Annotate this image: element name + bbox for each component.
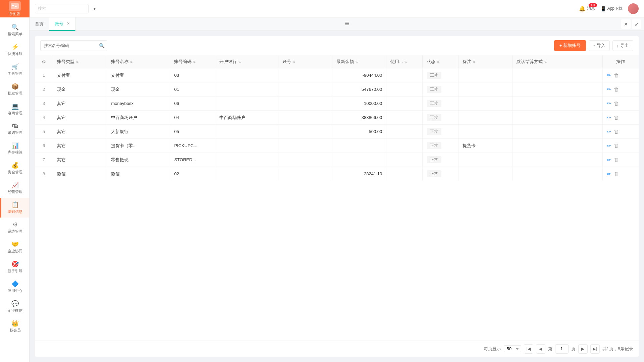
row-remark [459, 111, 513, 125]
page-first-btn[interactable]: |◀ [524, 344, 533, 354]
th-name[interactable]: 账号名称 ⇅ [107, 55, 170, 68]
table-row: 5 其它 大新银行 05 500.00 正常 ✏ 🗑 [35, 125, 639, 139]
row-usage [386, 125, 422, 139]
page-next-btn[interactable]: ▶ [578, 344, 588, 354]
edit-button[interactable]: ✏ [607, 171, 611, 177]
window-close-btn[interactable]: ✕ [621, 19, 631, 29]
th-bank-label: 开户银行 [219, 59, 237, 65]
row-usage [386, 97, 422, 111]
row-code: 05 [170, 125, 215, 139]
row-name: moneybosx [107, 97, 170, 111]
window-expand-btn[interactable]: ⤢ [632, 19, 641, 29]
th-remark[interactable]: 备注 ⇅ [459, 55, 513, 68]
sidebar-item-系统管理[interactable]: ⚙系统管理 [0, 218, 29, 237]
search-icon[interactable]: 🔍 [99, 43, 105, 48]
app-download-button[interactable]: 📱 App下载 [600, 6, 623, 11]
sort-balance-icon: ⇅ [355, 60, 358, 64]
row-type: 微信 [53, 167, 107, 181]
page-prev-btn[interactable]: ◀ [536, 344, 545, 354]
sidebar-item-基础信息[interactable]: 📋基础信息 [0, 198, 29, 218]
sidebar-item-搜索菜单[interactable]: 🔍搜索菜单 [0, 20, 29, 40]
app-download-label: App下载 [607, 6, 623, 11]
tab-close-icon[interactable]: ✕ [67, 21, 70, 26]
th-default-settlement[interactable]: 默认结算方式 ⇅ [513, 55, 603, 68]
search-input[interactable] [40, 40, 107, 51]
topbar-search[interactable]: 搜索 [35, 4, 89, 13]
page-input[interactable] [555, 344, 569, 354]
user-avatar[interactable] [628, 3, 639, 14]
delete-button[interactable]: 🗑 [614, 115, 619, 120]
delete-button[interactable]: 🗑 [614, 143, 619, 148]
row-status: 正常 [422, 68, 458, 82]
import-icon: ↑ [593, 43, 595, 48]
row-bank [215, 167, 278, 181]
table-toolbar: 🔍 + 新增账号 ↑ 导入 ↓ 导出 [35, 36, 639, 55]
row-remark [459, 68, 513, 82]
tab-home-label: 首页 [35, 21, 44, 27]
delete-button[interactable]: 🗑 [614, 101, 619, 106]
row-action: ✏ 🗑 [602, 111, 639, 125]
sidebar-item-快捷导航[interactable]: ⚡快捷导航 [0, 40, 29, 60]
tab-account[interactable]: 账号 ✕ [49, 17, 75, 31]
edit-button[interactable]: ✏ [607, 115, 611, 121]
edit-button[interactable]: ✏ [607, 157, 611, 163]
delete-button[interactable]: 🗑 [614, 157, 619, 163]
row-balance: 547670.00 [332, 82, 386, 97]
sidebar-item-经营管理[interactable]: 📈经营管理 [0, 178, 29, 198]
th-settings[interactable]: ⚙ [35, 55, 53, 68]
row-balance [332, 153, 386, 167]
row-account [278, 82, 332, 97]
edit-button[interactable]: ✏ [607, 72, 611, 78]
topbar-dropdown[interactable]: ▼ [93, 6, 97, 11]
tab-expand-icon[interactable] [344, 21, 350, 27]
th-default-label: 默认结算方式 [517, 59, 543, 65]
add-account-button[interactable]: + 新增账号 [554, 40, 586, 51]
table-body: 1 支付宝 支付宝 03 -90444.00 正常 ✏ 🗑 2 现金 现金 01 [35, 68, 639, 181]
row-action: ✏ 🗑 [602, 68, 639, 82]
delete-button[interactable]: 🗑 [614, 72, 619, 78]
tab-home[interactable]: 首页 [30, 17, 49, 31]
th-type-label: 账号类型 [57, 59, 74, 65]
th-status[interactable]: 状态 ⇅ [422, 55, 458, 68]
row-code: STORED... [170, 153, 215, 167]
page-last-btn[interactable]: ▶| [590, 344, 600, 354]
edit-button[interactable]: ✏ [607, 129, 611, 135]
sidebar-label: 企业微信 [8, 308, 22, 313]
table-wrap: ⚙ 账号类型 ⇅ 账号名称 ⇅ [35, 55, 639, 341]
export-button[interactable]: ↓ 导出 [612, 40, 634, 51]
delete-button[interactable]: 🗑 [614, 86, 619, 92]
sidebar-item-新手引导[interactable]: 🎯新手引导 [0, 257, 29, 277]
th-code[interactable]: 账号编码 ⇅ [170, 55, 215, 68]
per-page-label: 每页显示 [484, 346, 501, 352]
sidebar-item-资金管理[interactable]: 💰资金管理 [0, 158, 29, 178]
message-button[interactable]: 🔔 消息 99+ [579, 5, 595, 12]
sidebar-item-应用中心[interactable]: 🔷应用中心 [0, 277, 29, 297]
row-action: ✏ 🗑 [602, 153, 639, 167]
row-bank [215, 153, 278, 167]
sidebar-item-企业微信[interactable]: 💬企业微信 [0, 297, 29, 316]
sidebar-item-库存核算[interactable]: 📊库存核算 [0, 138, 29, 158]
sidebar-item-企业协同[interactable]: 🤝企业协同 [0, 237, 29, 257]
edit-button[interactable]: ✏ [607, 101, 611, 107]
th-usage-label: 使用... [390, 59, 403, 65]
edit-button[interactable]: ✏ [607, 143, 611, 149]
row-status: 正常 [422, 125, 458, 139]
edit-button[interactable]: ✏ [607, 86, 611, 93]
import-button[interactable]: ↑ 导入 [589, 40, 610, 51]
delete-button[interactable]: 🗑 [614, 129, 619, 134]
th-bank[interactable]: 开户银行 ⇅ [215, 55, 278, 68]
sidebar-item-批发管理[interactable]: 📦批发管理 [0, 79, 29, 99]
sidebar-item-采购管理[interactable]: 🛍采购管理 [0, 119, 29, 138]
sidebar-item-畅会员[interactable]: 👑畅会员 [0, 316, 29, 336]
sidebar-item-电商管理[interactable]: 💻电商管理 [0, 99, 29, 119]
delete-button[interactable]: 🗑 [614, 171, 619, 177]
th-balance[interactable]: 最新余额 ⇅ [332, 55, 386, 68]
th-account[interactable]: 账号 ⇅ [278, 55, 332, 68]
sidebar-item-零售管理[interactable]: 🛒零售管理 [0, 60, 29, 79]
th-usage[interactable]: 使用... ⇅ [386, 55, 422, 68]
th-type[interactable]: 账号类型 ⇅ [53, 55, 107, 68]
row-balance: 28241.10 [332, 167, 386, 181]
per-page-select[interactable]: 50 20 100 [504, 345, 521, 352]
sidebar-label: 批发管理 [8, 91, 22, 96]
row-default-settlement [513, 125, 603, 139]
